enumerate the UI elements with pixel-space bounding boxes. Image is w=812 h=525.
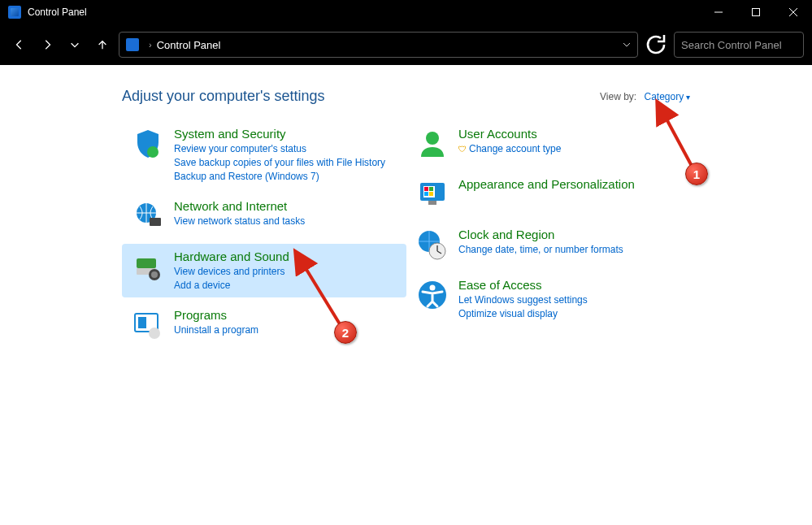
page-heading: Adjust your computer's settings	[122, 88, 812, 105]
clock-icon	[415, 227, 450, 262]
breadcrumb-separator: ›	[149, 40, 152, 50]
view-by-control: View by: Category	[600, 91, 690, 102]
back-button[interactable]	[8, 33, 31, 56]
category-title[interactable]: System and Security	[174, 126, 385, 142]
category-title[interactable]: User Accounts	[458, 126, 561, 142]
category-link[interactable]: Review your computer's status	[174, 142, 385, 156]
category-clock-region[interactable]: Clock and Region Change date, time, or n…	[406, 222, 691, 267]
category-column-right: User Accounts Change account type Appear…	[406, 121, 691, 353]
refresh-button[interactable]	[643, 32, 669, 58]
svg-rect-20	[429, 187, 433, 191]
control-panel-icon	[8, 6, 21, 19]
svg-rect-14	[138, 317, 146, 328]
svg-point-6	[147, 146, 158, 158]
address-dropdown-icon[interactable]	[623, 39, 631, 51]
category-link[interactable]: Add a device	[174, 279, 289, 293]
svg-rect-19	[424, 187, 428, 191]
category-title[interactable]: Network and Internet	[174, 198, 305, 215]
category-programs[interactable]: Programs Uninstall a program	[122, 302, 406, 348]
svg-point-16	[426, 132, 439, 145]
category-link[interactable]: Uninstall a program	[174, 323, 258, 337]
category-link[interactable]: Let Windows suggest settings	[458, 293, 588, 307]
svg-rect-22	[429, 192, 433, 196]
svg-rect-8	[150, 218, 161, 226]
address-path: Control Panel	[157, 39, 221, 51]
address-bar: › Control Panel	[0, 24, 812, 65]
category-link[interactable]: Change date, time, or number formats	[458, 243, 623, 257]
category-user-accounts[interactable]: User Accounts Change account type	[406, 121, 691, 167]
category-title[interactable]: Ease of Access	[458, 277, 588, 293]
category-ease-of-access[interactable]: Ease of Access Let Windows suggest setti…	[406, 272, 691, 326]
monitor-icon	[415, 176, 450, 212]
category-title[interactable]: Hardware and Sound	[174, 249, 289, 265]
printer-icon	[130, 249, 166, 284]
category-column-left: System and Security Review your computer…	[122, 121, 406, 353]
svg-point-12	[151, 271, 158, 278]
category-link[interactable]: Optimize visual display	[458, 307, 588, 321]
category-link[interactable]: Save backup copies of your files with Fi…	[174, 156, 385, 170]
programs-icon	[130, 307, 166, 343]
accessibility-icon	[415, 277, 450, 313]
category-hardware-sound[interactable]: Hardware and Sound View devices and prin…	[122, 244, 406, 297]
category-network-internet[interactable]: Network and Internet View network status…	[122, 193, 406, 239]
forward-button[interactable]	[36, 33, 59, 56]
category-system-security[interactable]: System and Security Review your computer…	[122, 121, 406, 189]
globe-icon	[130, 198, 166, 234]
close-button[interactable]	[775, 0, 812, 24]
category-link[interactable]: Change account type	[458, 142, 561, 156]
recent-dropdown[interactable]	[63, 33, 86, 56]
svg-point-27	[430, 285, 436, 291]
view-by-dropdown[interactable]: Category	[645, 91, 690, 102]
annotation-badge-2: 2	[334, 321, 357, 344]
category-link[interactable]: View network status and tasks	[174, 215, 305, 228]
address-box[interactable]: › Control Panel	[119, 32, 638, 58]
category-link[interactable]: Backup and Restore (Windows 7)	[174, 170, 385, 184]
search-input[interactable]	[681, 39, 812, 51]
category-title[interactable]: Clock and Region	[458, 227, 623, 243]
location-icon	[126, 38, 139, 51]
svg-rect-23	[428, 201, 436, 205]
annotation-badge-1: 1	[685, 163, 708, 185]
category-appearance-personalization[interactable]: Appearance and Personalization	[406, 171, 691, 217]
search-box[interactable]	[674, 32, 804, 58]
svg-rect-1	[753, 9, 760, 16]
window-titlebar: Control Panel	[0, 0, 812, 24]
category-title[interactable]: Programs	[174, 307, 258, 323]
user-icon	[415, 126, 450, 162]
up-button[interactable]	[91, 33, 114, 56]
view-by-label: View by:	[600, 91, 636, 102]
window-title: Control Panel	[28, 7, 700, 18]
category-link[interactable]: View devices and printers	[174, 265, 289, 279]
category-title[interactable]: Appearance and Personalization	[458, 176, 635, 193]
shield-icon	[130, 126, 166, 162]
svg-point-15	[149, 328, 160, 339]
content-pane: Adjust your computer's settings View by:…	[0, 65, 812, 525]
svg-rect-21	[424, 192, 428, 196]
svg-rect-9	[137, 258, 156, 268]
maximize-button[interactable]	[737, 0, 775, 24]
minimize-button[interactable]	[700, 0, 737, 24]
